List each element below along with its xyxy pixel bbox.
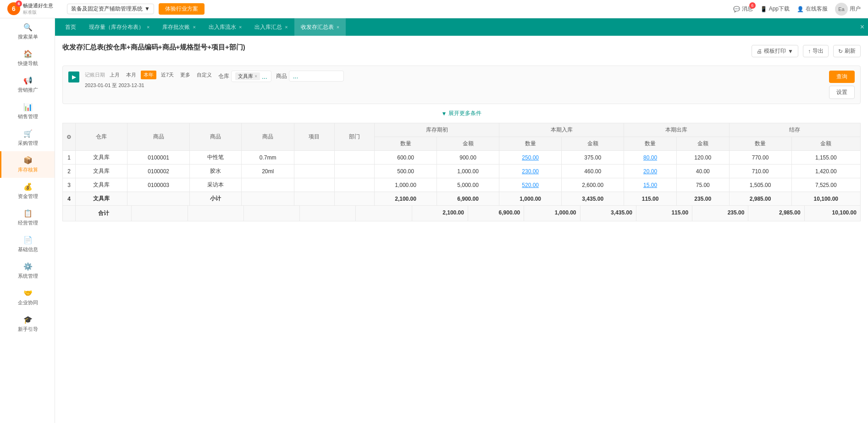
- tab-inout-flow-label: 出入库流水: [209, 23, 236, 31]
- sidebar-item-finance[interactable]: 💰 资金管理: [0, 178, 55, 204]
- finance-icon: 💰: [23, 182, 33, 191]
- settings-icon[interactable]: ⚙: [66, 134, 72, 140]
- tab-recv-send-summary[interactable]: 收发存汇总表 ×: [294, 18, 346, 36]
- col-opening-header: 库存期初: [375, 123, 499, 137]
- product-label: 商品: [276, 72, 287, 80]
- home-icon: 🏠: [23, 49, 33, 58]
- date-label: 记账日期: [85, 71, 105, 78]
- sidebar-item-sales[interactable]: 📊 销售管理: [0, 98, 55, 125]
- filter-toggle[interactable]: ▶: [68, 71, 79, 82]
- sidebar-item-base-info[interactable]: 📄 基础信息: [0, 231, 55, 258]
- page-inner: 收发存汇总表(按仓库+商品编码+商品+规格型号+项目+部门) 🖨 模板打印 ▼ …: [55, 36, 868, 423]
- tab-inventory-dist-close[interactable]: ×: [147, 24, 149, 30]
- toolbar-right: 🖨 模板打印 ▼ ↑ 导出 ↻ 刷新: [752, 45, 861, 57]
- tab-inout-flow-close[interactable]: ×: [239, 24, 242, 30]
- cell-product-name: 胶水: [190, 165, 242, 178]
- expand-icon: ▼: [442, 110, 447, 117]
- sidebar-item-search[interactable]: 🔍 搜索菜单: [0, 18, 55, 45]
- tab-recv-send-close[interactable]: ×: [337, 24, 339, 30]
- col-settings-header[interactable]: ⚙: [63, 123, 76, 151]
- cell-closing-amt: 10,100.00: [791, 192, 860, 206]
- product-ellipsis[interactable]: ...: [293, 72, 299, 80]
- cell-department: [334, 178, 375, 192]
- query-button[interactable]: 查询: [829, 71, 855, 83]
- header-left: 6 6 畅捷通好生意 标准版 装备及固定资产辅助管理系统 ▼ 体验行业方案: [7, 2, 205, 15]
- app-download-button[interactable]: 📱 App下载: [760, 5, 790, 13]
- date-btn-this-month[interactable]: 本月: [124, 71, 138, 79]
- cell-in-qty[interactable]: 250.00: [499, 151, 562, 165]
- filter-fields: 记账日期 上月 本月 本年 近7天 更多 自定义 2023-01-01 至 20…: [85, 71, 824, 89]
- sidebar-item-purchase[interactable]: 🛒 采购管理: [0, 125, 55, 151]
- footer-closing-qty: 2,985.00: [748, 206, 804, 221]
- product-value-field[interactable]: ...: [289, 71, 344, 82]
- cell-product-code: 0100001: [127, 151, 190, 165]
- date-btn-last-month[interactable]: 上月: [108, 71, 122, 79]
- table-row: 4文具库小计2,100.006,900.001,000.003,435.0011…: [63, 192, 861, 206]
- export-button[interactable]: ↑ 导出: [803, 45, 829, 57]
- brand-sub: 标准版: [23, 9, 53, 16]
- tab-home[interactable]: 首页: [59, 18, 83, 36]
- footer-in-qty: 1,000.00: [524, 206, 580, 221]
- message-button[interactable]: 💬 消息 6: [733, 5, 753, 13]
- setting-button[interactable]: 设置: [829, 86, 855, 99]
- product-filter-group: 商品 ...: [276, 71, 344, 82]
- refresh-button[interactable]: ↻ 刷新: [833, 45, 861, 57]
- sidebar-item-quick-nav[interactable]: 🏠 快捷导航: [0, 45, 55, 71]
- warehouse-ellipsis[interactable]: ...: [262, 73, 267, 80]
- cell-in-qty[interactable]: 230.00: [499, 165, 562, 178]
- tab-bar: 首页 现存量（库存分布表） × 库存批次账 × 出入库流水 × 出入库汇总 × …: [55, 18, 868, 36]
- sidebar-label-operations: 经营管理: [18, 220, 38, 226]
- tab-bar-close[interactable]: ×: [860, 23, 864, 31]
- dropdown-icon: ▼: [788, 48, 793, 55]
- sidebar-item-enterprise[interactable]: 🤝 企业协同: [0, 284, 55, 311]
- sidebar-item-marketing[interactable]: 📢 营销推广: [0, 71, 55, 98]
- col-out-qty: 数量: [624, 137, 677, 151]
- expand-label: 展开更多条件: [448, 110, 481, 117]
- date-btn-this-year[interactable]: 本年: [141, 71, 156, 79]
- cell-closing-amt: 7,525.00: [791, 178, 860, 192]
- cell-in-qty: 1,000.00: [499, 192, 562, 206]
- tab-batch-ledger[interactable]: 库存批次账 ×: [156, 18, 202, 36]
- top-header: 6 6 畅捷通好生意 标准版 装备及固定资产辅助管理系统 ▼ 体验行业方案 💬 …: [0, 0, 868, 18]
- date-range: 2023-01-01 至 2023-12-31: [85, 82, 214, 89]
- tab-inout-flow[interactable]: 出入库流水 ×: [202, 18, 248, 36]
- cell-department: [334, 192, 375, 206]
- cell-in-qty[interactable]: 520.00: [499, 178, 562, 192]
- tab-inout-summary-close[interactable]: ×: [285, 24, 287, 30]
- product-filter: 商品 ...: [276, 71, 344, 82]
- online-service-button[interactable]: 👤 在线客服: [797, 5, 828, 13]
- system-selector[interactable]: 装备及固定资产辅助管理系统 ▼: [67, 4, 154, 14]
- cell-out-amt: 120.00: [676, 151, 729, 165]
- cell-out-qty: 115.00: [624, 192, 677, 206]
- sidebar-item-guide[interactable]: 🎓 新手引导: [0, 311, 55, 337]
- warehouse-remove[interactable]: ×: [254, 74, 257, 79]
- user-avatar: Ea: [835, 3, 848, 16]
- try-button[interactable]: 体验行业方案: [159, 3, 205, 15]
- sidebar-item-system[interactable]: ⚙️ 系统管理: [0, 258, 55, 284]
- guide-icon: 🎓: [23, 315, 33, 324]
- warehouse-value-field[interactable]: 文具库 × ...: [231, 71, 271, 82]
- date-filter: 记账日期 上月 本月 本年 近7天 更多 自定义: [85, 71, 214, 79]
- cell-opening-qty: 600.00: [375, 151, 437, 165]
- sidebar-item-inventory[interactable]: 📦 库存核算: [0, 151, 55, 178]
- sidebar-label-guide: 新手引导: [18, 326, 38, 333]
- tab-batch-ledger-close[interactable]: ×: [193, 24, 195, 30]
- print-button[interactable]: 🖨 模板打印 ▼: [752, 45, 798, 57]
- col-closing-header: 结存: [729, 123, 860, 137]
- tab-inventory-dist[interactable]: 现存量（库存分布表） ×: [83, 18, 156, 36]
- date-btn-7days[interactable]: 近7天: [159, 71, 176, 79]
- tab-inout-summary[interactable]: 出入库汇总 ×: [248, 18, 294, 36]
- date-btn-more[interactable]: 更多: [178, 71, 192, 79]
- sidebar-item-operations[interactable]: 📋 经营管理: [0, 204, 55, 231]
- footer-opening-amt: 6,900.00: [468, 206, 524, 221]
- user-menu[interactable]: Ea 用户: [835, 3, 861, 16]
- footer-dept: [356, 206, 412, 221]
- date-btn-custom[interactable]: 自定义: [195, 71, 214, 79]
- col-in-header: 本期入库: [499, 123, 624, 137]
- cell-out-qty[interactable]: 20.00: [624, 165, 677, 178]
- service-icon: 👤: [797, 6, 804, 12]
- cell-out-qty[interactable]: 15.00: [624, 178, 677, 192]
- expand-more[interactable]: ▼ 展开更多条件: [62, 110, 861, 117]
- cell-out-qty[interactable]: 80.00: [624, 151, 677, 165]
- cell-out-amt: 40.00: [676, 165, 729, 178]
